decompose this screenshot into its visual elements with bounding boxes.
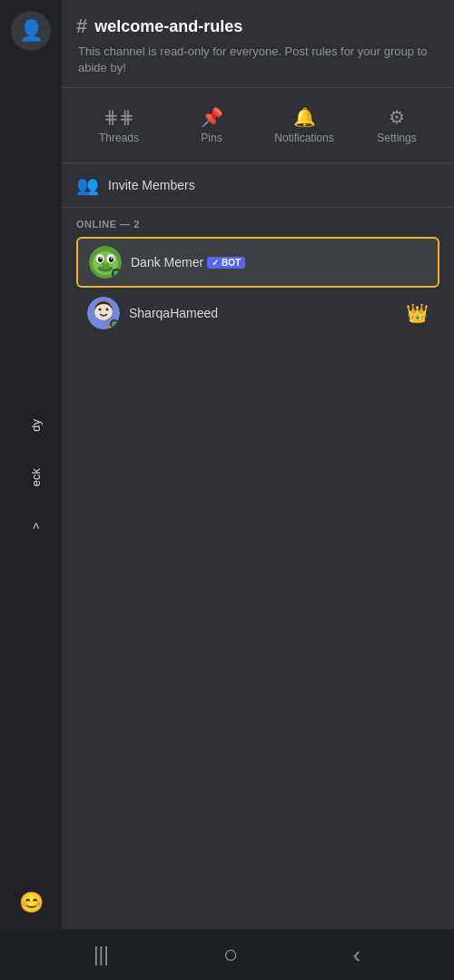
- channel-name: welcome-and-rules: [94, 17, 242, 36]
- dank-memer-name-wrapper: Dank Memer ✓ BOT: [131, 255, 245, 270]
- nav-back-icon[interactable]: ‹: [352, 941, 360, 969]
- svg-point-6: [100, 258, 102, 260]
- invite-label: Invite Members: [108, 178, 195, 192]
- svg-point-13: [99, 309, 102, 311]
- sidebar-text-eck[interactable]: eck: [29, 468, 43, 486]
- hash-icon: #: [76, 15, 87, 38]
- threads-label: Threads: [99, 132, 139, 144]
- member-list: Dank Memer ✓ BOT ⇐: [76, 237, 439, 337]
- svg-point-14: [106, 309, 109, 311]
- channel-title-row: # welcome-and-rules: [76, 15, 436, 38]
- pins-icon: 📌: [201, 106, 223, 128]
- left-sidebar: 👤 dy eck > 😊: [0, 0, 62, 929]
- dank-memer-status-dot: [112, 269, 121, 278]
- sidebar-text-dy[interactable]: dy: [29, 419, 43, 432]
- sharqa-avatar: 🔥: [87, 297, 120, 329]
- user-icon: 👤: [19, 19, 44, 43]
- notifications-label: Notifications: [274, 132, 333, 144]
- bottom-nav: ||| ○ ‹: [0, 929, 454, 980]
- sharqa-status-dot: [110, 319, 119, 328]
- toolbar-settings[interactable]: ⚙ Settings: [354, 101, 439, 150]
- threads-icon: ⋕⋕: [104, 106, 134, 128]
- invite-members-row[interactable]: 👥 Invite Members: [62, 163, 454, 208]
- online-header: ONLINE — 2: [76, 219, 439, 230]
- channel-header: # welcome-and-rules This channel is read…: [62, 0, 454, 88]
- svg-point-7: [111, 258, 113, 260]
- toolbar-pins[interactable]: 📌 Pins: [169, 101, 254, 150]
- toolbar-notifications[interactable]: 🔔 Notifications: [262, 101, 347, 150]
- sharqa-name: SharqaHameed: [129, 306, 397, 320]
- user-avatar[interactable]: 👤: [11, 11, 51, 51]
- settings-icon: ⚙: [389, 106, 405, 128]
- nav-menu-icon[interactable]: |||: [94, 943, 109, 966]
- toolbar-threads[interactable]: ⋕⋕ Threads: [76, 101, 162, 150]
- member-row-sharqa[interactable]: 🔥 SharqaHameed 👑: [76, 289, 439, 337]
- dank-memer-avatar: [89, 246, 122, 279]
- svg-point-9: [103, 263, 105, 265]
- sidebar-text-arrow[interactable]: >: [29, 523, 43, 530]
- dank-memer-name: Dank Memer: [131, 255, 203, 270]
- pins-label: Pins: [201, 132, 222, 144]
- invite-icon: 👥: [76, 174, 99, 196]
- main-panel: # welcome-and-rules This channel is read…: [62, 0, 454, 929]
- member-row-dank-memer[interactable]: Dank Memer ✓ BOT ⇐: [76, 237, 439, 288]
- online-section: ONLINE — 2: [62, 208, 454, 344]
- nav-home-icon[interactable]: ○: [223, 940, 239, 969]
- sidebar-text-list: dy eck >: [20, 58, 43, 891]
- channel-description: This channel is read-only for everyone. …: [76, 44, 436, 76]
- crown-icon: 👑: [406, 302, 429, 324]
- sidebar-emoji[interactable]: 😊: [19, 891, 44, 915]
- settings-label: Settings: [377, 132, 416, 144]
- toolbar-row: ⋕⋕ Threads 📌 Pins 🔔 Notifications ⚙ Sett…: [62, 88, 454, 163]
- notifications-icon: 🔔: [293, 106, 316, 128]
- bot-badge: ✓ BOT: [207, 257, 245, 269]
- app-container: 👤 dy eck > 😊 # welcome-and-rules This ch…: [0, 0, 454, 929]
- svg-point-10: [106, 263, 109, 265]
